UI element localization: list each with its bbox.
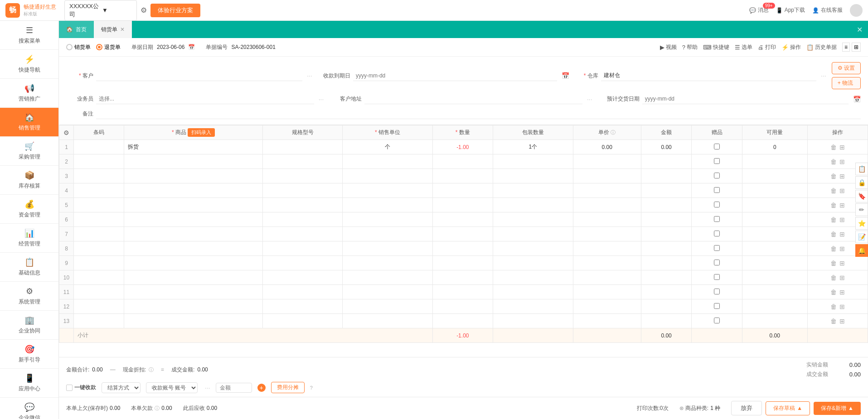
float-btn-6[interactable]: 📝 <box>855 231 868 243</box>
cell-unit[interactable] <box>343 227 432 241</box>
help-link[interactable]: ? 帮助 <box>682 43 698 51</box>
print-link[interactable]: 🖨 打印 <box>758 43 776 51</box>
cell-spec[interactable] <box>262 198 343 212</box>
setup-button[interactable]: ⚙ 设置 <box>832 62 861 74</box>
copy-icon[interactable]: ⊞ <box>839 231 845 238</box>
cell-amount[interactable] <box>641 299 691 314</box>
pay-account-select[interactable]: 收款账号 账号 <box>146 382 198 393</box>
cell-qty[interactable] <box>432 154 493 169</box>
sidebar-item-enterprise[interactable]: 🏢 企业协同 <box>0 311 58 340</box>
tab-home[interactable]: 🏠 首页 <box>59 21 94 38</box>
cell-amount[interactable]: 0.00 <box>641 140 691 154</box>
sidebar-item-inventory[interactable]: 📦 库存核算 <box>0 166 58 195</box>
copy-icon[interactable]: ⊞ <box>839 289 845 296</box>
float-btn-orange[interactable]: 🔔 <box>855 244 868 257</box>
online-service-button[interactable]: 👤 在线客服 <box>812 6 843 14</box>
tab-close-icon[interactable]: ✕ <box>120 26 125 33</box>
cell-barcode[interactable] <box>74 256 124 270</box>
cell-pkg-qty[interactable]: 1个 <box>493 140 573 154</box>
cell-barcode[interactable] <box>74 299 124 314</box>
cell-product[interactable] <box>124 270 262 285</box>
cell-unit-price[interactable] <box>573 241 641 256</box>
cell-gift[interactable] <box>692 256 742 270</box>
copy-icon[interactable]: ⊞ <box>839 202 845 209</box>
cell-qty[interactable] <box>432 169 493 183</box>
cell-barcode[interactable] <box>74 227 124 241</box>
cell-pkg-qty[interactable] <box>493 154 573 169</box>
cell-gift[interactable] <box>692 270 742 285</box>
cell-product[interactable] <box>124 314 262 328</box>
cell-unit[interactable] <box>343 299 432 314</box>
save-new-dropdown-icon[interactable]: ▲ <box>848 405 853 411</box>
save-draft-button[interactable]: 保存草稿 ▲ <box>766 401 810 415</box>
expense-info-icon[interactable]: ? <box>310 385 313 390</box>
cell-barcode[interactable] <box>74 140 124 154</box>
cell-unit-price[interactable] <box>573 285 641 299</box>
copy-icon[interactable]: ⊞ <box>839 274 845 281</box>
cell-unit-price[interactable] <box>573 270 641 285</box>
cell-qty[interactable] <box>432 270 493 285</box>
cell-qty[interactable] <box>432 314 493 328</box>
customer-addr-more-icon[interactable]: ··· <box>587 96 592 103</box>
cell-product[interactable] <box>124 241 262 256</box>
cell-spec[interactable] <box>262 314 343 328</box>
amount-input[interactable] <box>216 383 252 393</box>
cell-unit-price[interactable] <box>573 198 641 212</box>
cell-pkg-qty[interactable] <box>493 299 573 314</box>
cell-barcode[interactable] <box>74 270 124 285</box>
warehouse-input[interactable] <box>601 71 816 81</box>
save-draft-dropdown-icon[interactable]: ▲ <box>797 405 802 411</box>
customer-input[interactable] <box>96 71 302 81</box>
warehouse-more-icon[interactable]: ··· <box>821 72 826 79</box>
cell-unit-price[interactable] <box>573 169 641 183</box>
date-calendar-icon[interactable]: 📅 <box>188 44 195 50</box>
delete-icon[interactable]: 🗑 <box>830 231 837 238</box>
cell-barcode[interactable] <box>74 154 124 169</box>
company-selector[interactable]: XXXXXX公司 ▼ <box>64 0 137 21</box>
cell-pkg-qty[interactable] <box>493 198 573 212</box>
cell-pkg-qty[interactable] <box>493 285 573 299</box>
notes-input[interactable] <box>96 109 861 119</box>
cell-product[interactable] <box>124 183 262 198</box>
cell-product[interactable] <box>124 212 262 227</box>
cell-unit[interactable] <box>343 270 432 285</box>
cell-amount[interactable] <box>641 169 691 183</box>
cell-spec[interactable] <box>262 154 343 169</box>
account-more-icon[interactable]: ··· <box>205 384 210 391</box>
video-link[interactable]: ▶ 视频 <box>660 43 677 51</box>
cell-amount[interactable] <box>641 198 691 212</box>
cell-gift[interactable] <box>692 227 742 241</box>
cell-gift[interactable] <box>692 154 742 169</box>
save-new-button[interactable]: 保存&新增 ▲ <box>814 402 861 415</box>
delete-icon[interactable]: 🗑 <box>830 303 837 310</box>
cell-spec[interactable] <box>262 183 343 198</box>
logistics-button[interactable]: + 物流 <box>832 77 861 89</box>
sidebar-item-quick-nav[interactable]: ⚡ 快捷导航 <box>0 50 58 79</box>
copy-icon[interactable]: ⊞ <box>839 216 845 223</box>
cell-unit[interactable] <box>343 256 432 270</box>
delete-icon[interactable]: 🗑 <box>830 144 837 151</box>
cell-product[interactable] <box>124 198 262 212</box>
cell-amount[interactable] <box>641 212 691 227</box>
cell-gift[interactable] <box>692 198 742 212</box>
cell-qty[interactable] <box>432 183 493 198</box>
radio-sales[interactable]: 销货单 <box>66 43 91 51</box>
cell-spec[interactable] <box>262 285 343 299</box>
scan-button[interactable]: 扫码录入 <box>188 128 215 137</box>
cell-spec[interactable] <box>262 169 343 183</box>
copy-icon[interactable]: ⊞ <box>839 303 845 310</box>
sidebar-item-app-center[interactable]: 📱 应用中心 <box>0 369 58 398</box>
cell-unit[interactable] <box>343 198 432 212</box>
cell-unit[interactable] <box>343 154 432 169</box>
cell-barcode[interactable] <box>74 183 124 198</box>
delete-icon[interactable]: 🗑 <box>830 260 837 267</box>
cell-spec[interactable] <box>262 270 343 285</box>
cell-spec[interactable] <box>262 212 343 227</box>
cell-spec[interactable] <box>262 227 343 241</box>
sidebar-item-base[interactable]: 📋 基础信息 <box>0 253 58 282</box>
copy-icon[interactable]: ⊞ <box>839 318 845 325</box>
cell-spec[interactable] <box>262 140 343 154</box>
cell-unit-price[interactable]: 0.00 <box>573 140 641 154</box>
unit-price-info-icon[interactable]: ⓘ <box>611 130 616 135</box>
short-info-icon[interactable]: ⓘ <box>155 405 160 412</box>
